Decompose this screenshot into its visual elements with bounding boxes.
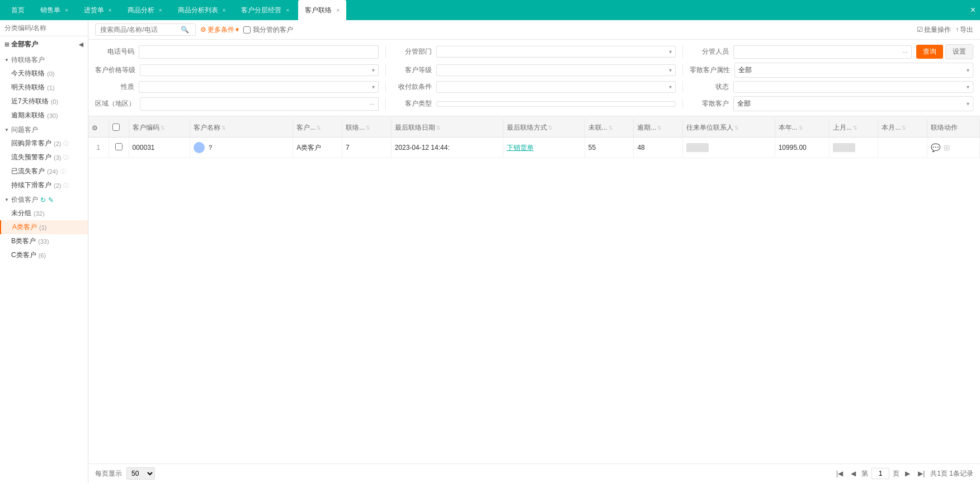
nav-home[interactable]: 首页 [4, 0, 31, 20]
type-sort-icon[interactable]: ⇅ [317, 125, 321, 131]
phone-input[interactable] [139, 45, 379, 59]
all-customers-header[interactable]: ⊞ 全部客户 ◀ [0, 36, 88, 53]
last-month-column-header: 上月... ⇅ [829, 119, 878, 138]
sidebar-item-a-class[interactable]: A类客户 (1) [0, 220, 88, 234]
nav-analysis-list[interactable]: 商品分析列表 × [171, 0, 233, 20]
customer-level-label: 客户等级 [393, 65, 432, 75]
nav-analysis[interactable]: 商品分析 × [121, 0, 169, 20]
sidebar-item-b-class[interactable]: B类客户 (33) [0, 234, 88, 248]
nav-sales-close[interactable]: × [65, 7, 68, 13]
my-customer-check[interactable] [243, 26, 251, 34]
sidebar-item-churn-warning[interactable]: 流失预警客户 (3) ⓘ [0, 150, 88, 164]
batch-ops-button[interactable]: ☑ 批量操作 [917, 25, 951, 35]
row-name: ？ [190, 138, 293, 158]
row-this-month [878, 138, 927, 158]
settings-button[interactable]: 设置 [945, 44, 973, 59]
value-customer-group[interactable]: ▼ 价值客户 ↻ ✎ [0, 192, 88, 206]
problem-customer-group[interactable]: ▼ 问题客户 [0, 122, 88, 136]
sidebar-item-today[interactable]: 今天待联络 (0) [0, 67, 88, 80]
nav-customer-tier-close[interactable]: × [286, 7, 289, 13]
nav-purchase[interactable]: 进货单 × [77, 0, 119, 20]
contact-person-sort-icon[interactable]: ⇅ [734, 125, 739, 131]
nature-select[interactable]: ▾ [139, 81, 379, 93]
manager-input[interactable]: ··· [733, 45, 912, 59]
prev-page-button[interactable]: ◀ [849, 468, 858, 479]
last-method-sort-icon[interactable]: ⇅ [548, 125, 553, 131]
sidebar-item-c-class[interactable]: C类客户 (6) [0, 248, 88, 262]
pending-contact-group[interactable]: ▼ 待联络客户 [0, 53, 88, 67]
contact-sort-icon[interactable]: ⇅ [366, 125, 370, 131]
customer-level-arrow: ▾ [669, 67, 672, 73]
region-input[interactable]: ··· [140, 97, 379, 111]
this-year-sort-icon[interactable]: ⇅ [799, 125, 803, 131]
code-sort-icon[interactable]: ⇅ [161, 125, 165, 131]
dept-select[interactable]: ▾ [436, 46, 676, 58]
action-qr-icon[interactable]: ⊞ [944, 143, 950, 152]
last-month-sort-icon[interactable]: ⇅ [853, 125, 858, 131]
retail-customer-select[interactable]: 全部 ▾ [733, 96, 973, 111]
row-checkbox[interactable] [115, 143, 123, 150]
query-button[interactable]: 查询 [916, 45, 943, 59]
action-message-icon[interactable]: 💬 [931, 143, 940, 152]
window-close-button[interactable]: × [970, 5, 976, 15]
retail-attr-select[interactable]: 全部 ▾ [734, 63, 973, 78]
status-select[interactable]: ▾ [733, 81, 973, 93]
page-input[interactable] [871, 468, 889, 479]
sidebar-item-tomorrow[interactable]: 明天待联络 (1) [0, 80, 88, 94]
declining-info-icon: ⓘ [63, 182, 69, 190]
customer-avatar [194, 142, 205, 153]
nav-customer-tier[interactable]: 客户分层经营 × [234, 0, 296, 20]
overdue-sort-icon[interactable]: ⇅ [657, 125, 662, 131]
name-sort-icon[interactable]: ⇅ [222, 125, 226, 131]
nav-sales[interactable]: 销售单 × [34, 0, 75, 20]
main-search-icon[interactable]: 🔍 [181, 26, 189, 34]
per-page-select[interactable]: 50 100 200 [126, 467, 155, 480]
more-filter-button[interactable]: ⚙ 更多条件 ▾ [200, 25, 239, 35]
filter-row-2: 客户价格等级 ▾ 客户等级 ▾ 零散客户属性 全部 [95, 63, 973, 78]
my-customer-checkbox[interactable]: 我分管的客户 [243, 25, 293, 35]
nav-customer-contact[interactable]: 客户联络 × [298, 0, 346, 20]
nav-analysis-list-close[interactable]: × [223, 7, 226, 13]
payment-label: 收付款条件 [393, 82, 432, 92]
this-month-sort-icon[interactable]: ⇅ [902, 125, 906, 131]
nav-customer-contact-close[interactable]: × [336, 7, 340, 13]
sidebar-item-declining[interactable]: 持续下滑客户 (2) ⓘ [0, 178, 88, 192]
sidebar-item-repurchase-abnormal[interactable]: 回购异常客户 (2) ⓘ [0, 136, 88, 150]
row-last-month [829, 138, 878, 158]
grid-icon: ⊞ [4, 41, 9, 48]
value-group-label: 价值客户 [11, 195, 38, 205]
price-level-select[interactable]: ▾ [140, 64, 379, 76]
nav-analysis-close[interactable]: × [159, 7, 162, 13]
customer-type-input[interactable] [436, 101, 676, 107]
sidebar-item-unclassified[interactable]: 未分组 (32) [0, 206, 88, 220]
value-triangle: ▼ [4, 197, 9, 202]
last-date-sort-icon[interactable]: ⇅ [436, 125, 441, 131]
contact-column-header: 联络... ⇅ [342, 119, 391, 138]
sidebar: 🔍 ⊞ 全部客户 ◀ ▼ 待联络客户 今天待联络 (0) 明天待联络 (1) 近… [0, 20, 88, 483]
main-search-input[interactable] [100, 26, 178, 34]
sidebar-search-input[interactable] [4, 24, 88, 32]
edit-value-group-icon[interactable]: ✎ [48, 196, 54, 204]
sidebar-item-7days[interactable]: 近7天待联络 (0) [0, 94, 88, 108]
customer-level-select[interactable]: ▾ [436, 64, 676, 76]
table-settings-icon[interactable]: ⚙ [92, 124, 98, 132]
retail-attr-value: 全部 [738, 65, 752, 75]
churn-warning-info-icon: ⓘ [63, 154, 69, 162]
table-footer: 每页显示 50 100 200 |◀ ◀ 第 页 ▶ ▶| 共1页 1条记录 [88, 463, 980, 483]
nav-purchase-close[interactable]: × [109, 7, 112, 13]
sidebar-item-overdue[interactable]: 逾期未联络 (30) [0, 108, 88, 122]
last-page-button[interactable]: ▶| [916, 468, 927, 479]
my-customer-label: 我分管的客户 [253, 25, 293, 35]
next-page-button[interactable]: ▶ [903, 468, 912, 479]
last-contact-method-link[interactable]: 下销货单 [507, 144, 534, 151]
uncontacted-sort-icon[interactable]: ⇅ [609, 125, 613, 131]
select-all-checkbox[interactable] [112, 124, 120, 131]
batch-ops-label: 批量操作 [924, 25, 951, 35]
first-page-button[interactable]: |◀ [834, 468, 845, 479]
row-actions: 💬 ⊞ [927, 138, 980, 158]
region-field: 区域（地区） ··· [95, 97, 386, 111]
payment-select[interactable]: ▾ [436, 81, 676, 93]
export-button[interactable]: ↑ 导出 [955, 25, 973, 35]
add-value-group-icon[interactable]: ↻ [40, 196, 46, 204]
sidebar-item-churned[interactable]: 已流失客户 (24) ⓘ [0, 164, 88, 178]
